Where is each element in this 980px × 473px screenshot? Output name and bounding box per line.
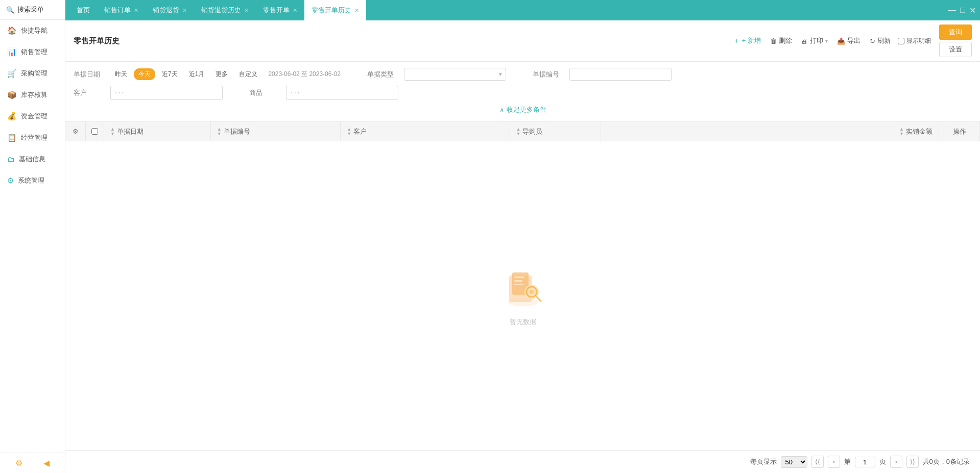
sidebar-search[interactable]: 🔍 搜索采单 (0, 0, 65, 20)
tab-home[interactable]: 首页 (69, 0, 97, 20)
refresh-icon: ↻ (870, 37, 875, 45)
tab-sales-return[interactable]: 销货退货✕ (146, 0, 194, 20)
last-page-button[interactable]: ⟩⟩ (906, 456, 919, 468)
maximize-icon[interactable]: □ (960, 6, 965, 15)
tab-sales-return-history[interactable]: 销货退货历史✕ (194, 0, 256, 20)
guide-sort-icon[interactable]: ▲▼ (516, 127, 521, 136)
query-button[interactable]: 查询 (939, 24, 972, 40)
date-buttons: 昨天 今天 近7天 近1月 更多 自定义 (110, 68, 262, 80)
th-guide: ▲▼ 导购员 (510, 122, 601, 141)
tab-label-home: 首页 (77, 6, 90, 15)
goods-input[interactable]: ··· (286, 86, 398, 100)
minimize-icon[interactable]: — (948, 6, 956, 15)
collapse-button[interactable]: ∧ 收起更多条件 (74, 105, 972, 114)
sidebar: 🔍 搜索采单 🏠快捷导航📊销售管理🛒采购管理📦库存核算💰资金管理📋经营管理🗂基础… (0, 0, 65, 473)
export-icon: 📤 (837, 37, 845, 45)
sidebar-item-quick-nav[interactable]: 🏠快捷导航 (0, 20, 65, 41)
sidebar-icon-basic-info: 🗂 (7, 155, 15, 164)
amount-sort-icon[interactable]: ▲▼ (899, 127, 904, 136)
doc-type-select[interactable] (404, 68, 506, 81)
page-label: 第 (844, 457, 851, 466)
page-number-input[interactable] (855, 457, 875, 467)
th-check[interactable] (86, 122, 104, 141)
table-header: ⚙ ▲▼ 单据日期 ▲▼ 单据编号 ▲▼ 客户 ▲▼ (65, 122, 980, 141)
svg-rect-4 (514, 280, 522, 282)
doc-type-select-wrap: ▾ (404, 68, 506, 81)
display-detail-toggle[interactable]: 显示明细 (898, 37, 931, 45)
goods-dots: ··· (291, 88, 300, 97)
doc-num-input[interactable] (569, 68, 672, 81)
tab-retail-open[interactable]: 零售开单✕ (256, 0, 304, 20)
sidebar-icon-sales-mgmt: 📊 (7, 47, 17, 57)
sidebar-collapse-icon[interactable]: ◀ (43, 458, 50, 468)
print-icon: 🖨 (801, 37, 808, 45)
per-page-label: 每页显示 (750, 457, 777, 466)
sidebar-item-business[interactable]: 📋经营管理 (0, 127, 65, 148)
tab-close-sales-return[interactable]: ✕ (182, 7, 187, 14)
date-7days[interactable]: 近7天 (157, 68, 182, 80)
display-detail-checkbox[interactable] (898, 38, 904, 44)
sidebar-icon-sys-mgmt: ⚙ (7, 176, 14, 185)
print-button[interactable]: 🖨 打印 ▾ (799, 35, 830, 46)
empty-illustration (500, 265, 546, 311)
date-more[interactable]: 更多 (211, 68, 232, 80)
sidebar-label-quick-nav: 快捷导航 (21, 26, 47, 35)
th-amount: ▲▼ 实销金额 (848, 122, 939, 141)
sidebar-item-purchase-mgmt[interactable]: 🛒采购管理 (0, 63, 65, 84)
goods-label: 商品 (249, 88, 280, 97)
window-buttons: — □ ✕ (948, 6, 976, 15)
sidebar-icon-business: 📋 (7, 133, 17, 142)
tab-close-retail-open[interactable]: ✕ (293, 7, 297, 14)
date-range-display: 2023-06-02 至 2023-06-02 (268, 70, 340, 79)
tab-close-retail-history[interactable]: ✕ (354, 7, 359, 14)
th-operation: 操作 (939, 122, 980, 141)
sidebar-item-inventory[interactable]: 📦库存核算 (0, 84, 65, 106)
sidebar-item-sales-mgmt[interactable]: 📊销售管理 (0, 41, 65, 63)
next-page-button[interactable]: ＞ (890, 456, 902, 468)
num-sort-icon[interactable]: ▲▼ (217, 127, 222, 136)
date-custom[interactable]: 自定义 (234, 68, 262, 80)
customer-sort-icon[interactable]: ▲▼ (347, 127, 351, 136)
tab-sales-order[interactable]: 销售订单✕ (97, 0, 146, 20)
settings-button[interactable]: 设置 (939, 42, 972, 57)
th-gear[interactable]: ⚙ (65, 122, 86, 141)
tab-retail-history[interactable]: 零售开单历史✕ (304, 0, 366, 20)
date-today[interactable]: 今天 (134, 68, 155, 80)
content-area: 单据日期 昨天 今天 近7天 近1月 更多 自定义 2023-06-02 至 2… (65, 62, 980, 473)
sidebar-item-finance[interactable]: 💰资金管理 (0, 106, 65, 127)
delete-icon: 🗑 (770, 37, 777, 45)
sidebar-settings-icon[interactable]: ⚙ (15, 458, 22, 468)
tab-close-sales-return-history[interactable]: ✕ (244, 7, 249, 14)
tab-close-sales-order[interactable]: ✕ (134, 7, 138, 14)
prev-page-button[interactable]: ＜ (828, 456, 840, 468)
sidebar-icon-purchase-mgmt: 🛒 (7, 69, 17, 78)
th-guide-label: 导购员 (522, 127, 542, 136)
date-1month[interactable]: 近1月 (184, 68, 209, 80)
delete-button[interactable]: 🗑 删除 (768, 35, 794, 46)
filter-row-2: 客户 ··· 商品 ··· (74, 86, 972, 100)
main-area: 首页销售订单✕销货退货✕销货退货历史✕零售开单✕零售开单历史✕ — □ ✕ 零售… (65, 0, 980, 473)
customer-dots: ··· (115, 88, 125, 97)
date-label: 单据日期 (74, 70, 104, 79)
sidebar-item-basic-info[interactable]: 🗂基础信息 (0, 148, 65, 170)
add-button[interactable]: ＋ + 新增 (731, 35, 763, 46)
export-button[interactable]: 📤 导出 (835, 35, 863, 46)
page-title: 零售开单历史 (74, 36, 727, 46)
close-window-icon[interactable]: ✕ (969, 6, 976, 15)
date-yesterday[interactable]: 昨天 (110, 68, 132, 80)
sidebar-search-label: 搜索采单 (17, 5, 44, 14)
select-all-checkbox[interactable] (91, 128, 98, 135)
sidebar-item-sys-mgmt[interactable]: ⚙系统管理 (0, 170, 65, 191)
svg-point-9 (530, 290, 534, 294)
th-customer-label: 客户 (353, 127, 367, 136)
first-page-button[interactable]: ⟨⟨ (811, 456, 824, 468)
per-page-select[interactable]: 50 10 20 100 (781, 456, 807, 468)
doc-num-label: 单据编号 (533, 70, 563, 79)
pagination: 每页显示 50 10 20 100 ⟨⟨ ＜ 第 页 ＞ ⟩⟩ 共0页，0条记录 (65, 450, 980, 473)
date-sort-icon[interactable]: ▲▼ (110, 127, 115, 136)
customer-input[interactable]: ··· (110, 86, 223, 100)
sidebar-label-basic-info: 基础信息 (19, 155, 45, 164)
refresh-button[interactable]: ↻ 刷新 (868, 35, 893, 46)
page-unit: 页 (879, 457, 886, 466)
filter-row-1: 单据日期 昨天 今天 近7天 近1月 更多 自定义 2023-06-02 至 2… (74, 68, 972, 81)
